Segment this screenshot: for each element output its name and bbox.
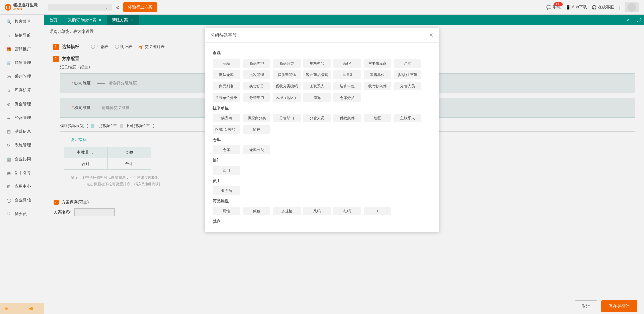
chip-field[interactable]: 简称 [243,125,270,134]
chip-field[interactable]: 主要供应商 [364,59,391,68]
chip-field[interactable]: 重量3 [333,70,361,79]
chip-field[interactable]: 收付款条件 [364,82,391,90]
chip-field[interactable]: 属性 [213,207,240,215]
chip-field[interactable]: 区域（地区） [213,125,240,134]
chip-field[interactable]: 品牌 [333,59,361,68]
chip-field[interactable]: 尺码 [303,207,331,215]
chip-row-2: 仓库仓库分类 [213,145,436,154]
chip-field[interactable]: 多规格 [273,207,301,215]
chip-field[interactable]: 供应商分类 [243,114,270,122]
group-title-3: 部门 [213,158,436,163]
chip-field[interactable]: 规格型号 [303,59,331,68]
modal-title: 分组待选字段 [211,32,237,38]
group-title-0: 商品 [213,51,436,56]
chip-field[interactable]: 分管部门 [273,114,301,122]
chip-field[interactable]: 分管人员 [394,82,421,90]
chip-field[interactable]: 分管人员 [303,114,331,122]
chip-field[interactable]: 区域（地区） [273,93,301,102]
chip-row-1: 供应商供应商分类分管部门分管人员付款条件地区主联系人区域（地区）简称 [213,114,436,134]
chip-field[interactable]: 客户商品编码 [303,70,331,79]
chip-field[interactable]: 默认供应商 [394,70,421,79]
chip-field[interactable]: 仓库 [213,145,240,154]
chip-field[interactable]: 税收分类编码 [273,82,301,90]
chip-field[interactable]: 商品 [213,59,240,68]
chip-field[interactable]: 仓库分类 [243,145,270,154]
chip-field[interactable]: 付款条件 [333,114,361,122]
chip-row-5: 属性颜色多规格尺码鞋码1 [213,207,436,215]
chip-field[interactable]: 批次管理 [243,70,270,79]
chip-field[interactable]: 1 [364,207,391,215]
chip-field[interactable]: 简称 [303,93,331,102]
group-title-2: 仓库 [213,137,436,143]
chip-field[interactable]: 保质期管理 [273,70,301,79]
chip-row-3: 部门 [213,166,436,175]
chip-field[interactable]: 产地 [394,59,421,68]
chip-field[interactable]: 主联系人 [394,114,421,122]
group-title-1: 往来单位 [213,105,436,111]
chip-row-4: 业务员 [213,186,436,195]
chip-field[interactable]: 鞋码 [333,207,361,215]
chip-field[interactable]: 商品分类 [273,59,301,68]
chip-field[interactable]: 部门 [213,166,240,175]
chip-field[interactable]: 结算单位 [333,82,361,90]
modal-overlay: 分组待选字段 ✕ 商品商品商品类型商品分类规格型号品牌主要供应商产地默认仓库批次… [0,0,644,314]
chip-field[interactable]: 商品类型 [243,59,270,68]
chip-field[interactable]: 换货积分 [243,82,270,90]
chip-field[interactable]: 业务员 [213,186,240,195]
close-icon[interactable]: ✕ [429,32,433,38]
chip-field[interactable]: 颜色 [243,207,270,215]
field-picker-modal: 分组待选字段 ✕ 商品商品商品类型商品分类规格型号品牌主要供应商产地默认仓库批次… [205,28,439,232]
chip-field[interactable]: 地区 [364,114,391,122]
chip-field[interactable]: 仓库分类 [333,93,361,102]
chip-field[interactable]: 默认仓库 [213,70,240,79]
group-title-6: 其它 [213,219,436,225]
chip-field[interactable]: 分管部门 [243,93,270,102]
group-title-4: 员工 [213,178,436,184]
chip-row-0: 商品商品类型商品分类规格型号品牌主要供应商产地默认仓库批次管理保质期管理客户商品… [213,59,436,102]
chip-field[interactable]: 供应商 [213,114,240,122]
chip-field[interactable]: 主联系人 [303,82,331,90]
chip-field[interactable]: 零售单位 [364,70,391,79]
chip-field[interactable]: 往来单位分类 [213,93,240,102]
chip-field[interactable]: 商品别名 [213,82,240,90]
modal-body: 商品商品商品类型商品分类规格型号品牌主要供应商产地默认仓库批次管理保质期管理客户… [205,43,439,232]
group-title-5: 商品属性 [213,198,436,204]
